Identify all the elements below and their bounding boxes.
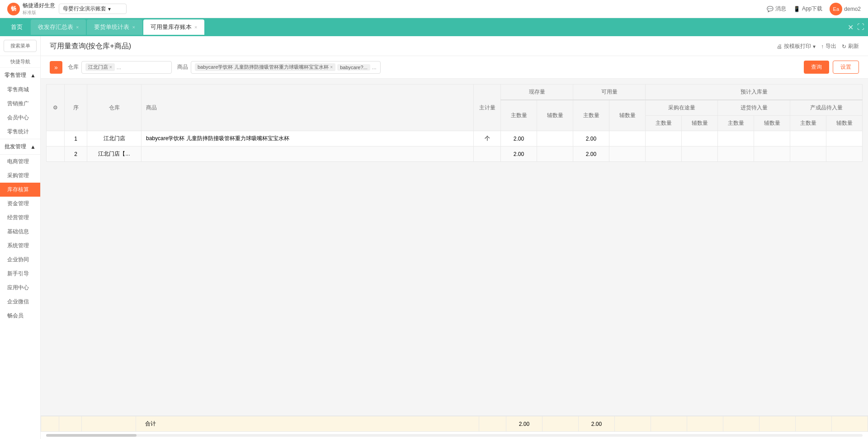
sidebar-item-system[interactable]: 系统管理 [0,239,40,253]
warehouse-input[interactable]: 江北门店 × ... [81,61,172,74]
scroll-track[interactable] [46,434,863,437]
refresh-action[interactable]: ↻ 刷新 [842,42,859,50]
summary-avail-main: 2.00 [573,146,609,162]
industry-selector-arrow: ▾ [108,6,111,12]
tab-close-1[interactable]: × [76,24,79,30]
inbound-header: 进货待入量 [718,100,790,116]
inbound-main-qty-header: 主数量 [718,116,754,131]
user-profile[interactable]: Ea demo2 [830,3,861,15]
tab-close-3[interactable]: × [194,24,197,30]
no-col-header: 序 [65,85,87,131]
available-header: 可用量 [573,85,646,100]
table-area: ⚙ 序 仓库 商品 主计量 现存量 可用量 预计入库量 主数量 辅数量 主数量 … [41,79,868,415]
sidebar-item-inventory[interactable]: 库存核算 [0,183,40,197]
tab-close-2[interactable]: × [132,24,135,30]
product-aux-qty-header: 辅数量 [826,116,863,131]
sidebar-item-enterprise-collab[interactable]: 企业协同 [0,253,40,267]
sidebar-item-purchase[interactable]: 采购管理 [0,169,40,183]
sidebar-item-vip-member[interactable]: 畅会员 [0,309,40,323]
row-proc-aux-1 [682,131,718,146]
message-action[interactable]: 💬 消息 [767,5,786,13]
app-download-action[interactable]: 📱 App下载 [793,5,822,13]
tab-item-2[interactable]: 要货单统计表 × [87,19,142,35]
row-settings [47,131,65,146]
sidebar-item-basic-info[interactable]: 基础信息 [0,225,40,239]
settings-button[interactable]: 设置 [833,61,859,74]
sidebar-search-area: 搜索菜单 [0,36,40,56]
refresh-label: 刷新 [848,42,859,50]
table-row: 1 江北门店 babycare学饮杯 儿童防摔防撞吸管杯重力球吸嘴杯宝宝水杯 个… [47,131,863,146]
goods-input[interactable]: babycare学饮杯 儿童防摔防撞吸管杯重力球吸嘴杯宝宝水杯 × babyca… [191,61,381,74]
sidebar-item-retail-stats[interactable]: 零售统计 [0,125,40,139]
sidebar-item-marketing[interactable]: 营销推广 [0,97,40,111]
sidebar-search-button[interactable]: 搜索菜单 [4,40,37,52]
current-stock-header: 现存量 [501,85,573,100]
export-icon: ↑ [821,43,824,50]
total-product-main [796,416,832,432]
sidebar-item-retail-mall[interactable]: 零售商城 [0,83,40,97]
sidebar-quick-nav[interactable]: 快捷导航 [0,56,40,68]
tab-label-1: 收发存汇总表 [38,23,73,31]
avatar-text: Ea [833,6,839,12]
sidebar-item-ecommerce[interactable]: 电商管理 [0,155,40,169]
procurement-header: 采购在途量 [646,100,718,116]
tab-item-1[interactable]: 收发存汇总表 × [31,19,86,35]
app-icon: 📱 [793,6,800,12]
query-button[interactable]: 查询 [804,61,829,74]
row-inbound-aux-1 [754,131,790,146]
tab-maximize-icon[interactable]: ⛶ [857,23,864,32]
export-action[interactable]: ↑ 导出 [821,42,836,50]
summary-warehouse: 江北门店【... [87,146,142,162]
brand-icon-text: 畅 [11,5,16,13]
summary-goods [142,146,474,162]
content-area: 可用量查询(按仓库+商品) 🖨 按模板打印 ▾ ↑ 导出 ↻ 刷新 [41,36,868,439]
summary-product-main [790,146,826,162]
sidebar-section-wholesale-header[interactable]: 批发管理 ▲ [0,139,40,154]
sidebar-item-enterprise-wechat[interactable]: 企业微信 [0,295,40,309]
tab-close-all-icon[interactable]: ✕ [848,23,854,32]
sidebar-item-members[interactable]: 会员中心 [0,111,40,125]
sidebar-section-retail: 零售管理 ▲ 零售商城 营销推广 会员中心 零售统计 [0,68,40,139]
filter-expand-button[interactable]: » [50,61,62,74]
proc-main-qty-header: 主数量 [646,116,682,131]
goods-label: 商品 [177,63,188,71]
summary-inbound-main [718,146,754,162]
sidebar-section-wholesale-arrow: ▲ [30,144,36,150]
unit-col-header: 主计量 [474,85,501,131]
tab-item-3[interactable]: 可用量库存账本 × [143,19,204,35]
goods-ellipsis[interactable]: ... [372,64,377,71]
header-right: 💬 消息 📱 App下载 Ea demo2 [767,3,861,15]
total-settings [41,416,59,432]
industry-selector-label: 母婴行业演示账套 [63,5,106,13]
export-label: 导出 [826,42,836,50]
total-row: 合计 2.00 2.00 [41,416,868,432]
sidebar-section-retail-header[interactable]: 零售管理 ▲ [0,68,40,83]
sidebar: 搜索菜单 快捷导航 零售管理 ▲ 零售商城 营销推广 会员中心 零售统计 [0,36,41,439]
total-proc-main [651,416,687,432]
summary-inbound-aux [754,146,790,162]
tab-bar-right: ✕ ⛶ [848,23,864,32]
goods-tag-close-0[interactable]: × [330,65,333,70]
print-action[interactable]: 🖨 按模板打印 ▾ [777,42,816,50]
sidebar-item-app-center[interactable]: 应用中心 [0,281,40,295]
warehouse-tag-close-0[interactable]: × [109,65,112,70]
sidebar-item-operations[interactable]: 经营管理 [0,211,40,225]
industry-selector[interactable]: 母婴行业演示账套 ▾ [59,4,127,14]
filter-bar: » 仓库 江北门店 × ... 商品 babycare学饮杯 儿童防摔防撞吸管杯… [41,56,868,79]
scroll-thumb[interactable] [46,434,137,437]
brand-name: 畅捷通好生意 [23,2,55,9]
goods-col-header: 商品 [142,85,474,131]
summary-product-aux [826,146,863,162]
row-avail-main-1: 2.00 [573,131,609,146]
summary-current-aux [537,146,573,162]
summary-row: 2 江北门店【... 2.00 2.00 [47,146,863,162]
row-avail-aux-1 [609,131,646,146]
sidebar-item-finance[interactable]: 资金管理 [0,197,40,211]
tab-home[interactable]: 首页 [4,20,30,34]
summary-unit [474,146,501,162]
product-inbound-header: 产成品待入量 [790,100,863,116]
warehouse-ellipsis[interactable]: ... [117,64,121,71]
page-title-row: 可用量查询(按仓库+商品) 🖨 按模板打印 ▾ ↑ 导出 ↻ 刷新 [50,42,859,56]
total-current-aux [542,416,579,432]
sidebar-item-newbie-guide[interactable]: 新手引导 [0,267,40,281]
